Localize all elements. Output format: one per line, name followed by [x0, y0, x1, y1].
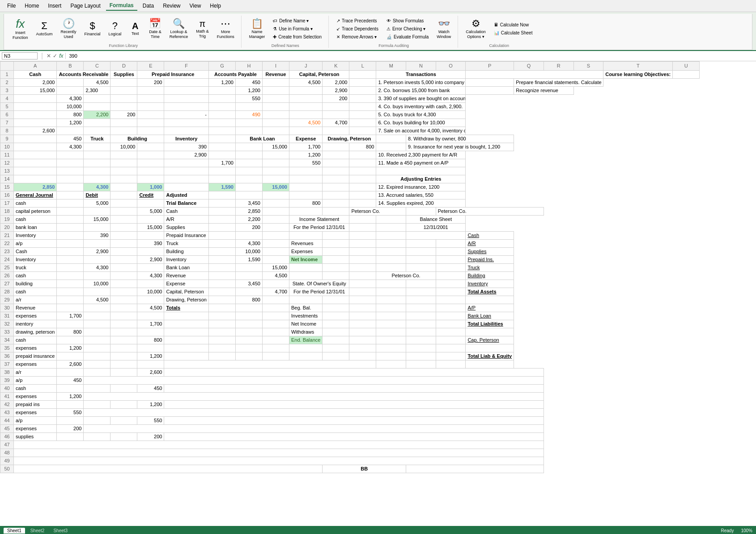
cell-B30[interactable] [57, 304, 84, 312]
cell-I8[interactable] [262, 127, 289, 135]
cell-C37[interactable] [84, 360, 110, 368]
cell-A16[interactable]: General Journal [14, 191, 57, 199]
cell-C3[interactable]: 2,300 [84, 86, 110, 94]
cell-D32[interactable] [110, 320, 137, 328]
cell-B11[interactable] [57, 151, 84, 159]
cell-K23[interactable] [323, 247, 349, 255]
menu-help[interactable]: Help [206, 1, 225, 10]
cell-J3[interactable] [289, 86, 322, 94]
cell-L14[interactable] [349, 175, 376, 183]
cell-M28[interactable] [376, 288, 406, 296]
cell-D44[interactable] [110, 416, 137, 424]
cell-O18[interactable]: Peterson Co. [436, 207, 544, 215]
cell-N23[interactable] [406, 247, 436, 255]
cell-L3[interactable] [349, 86, 376, 94]
cell-E12[interactable] [137, 159, 164, 167]
cell-G2[interactable]: 1,200 [208, 78, 235, 86]
cell-M1[interactable]: Transactions [376, 70, 466, 78]
cell-B17[interactable] [57, 199, 84, 207]
cell-G6[interactable] [208, 110, 235, 119]
cell-F28[interactable]: Capital, Peterson [164, 288, 209, 296]
cell-F8[interactable] [164, 127, 209, 135]
col-header-Q[interactable]: Q [514, 61, 544, 70]
cell-C27[interactable]: 10,000 [84, 280, 110, 288]
cell-D33[interactable] [110, 328, 137, 336]
cell-F9[interactable]: Inventory [164, 135, 209, 143]
cell-A41[interactable]: expenses [14, 392, 57, 400]
menu-formulas[interactable]: Formulas [106, 1, 137, 11]
cell-D34[interactable] [110, 336, 137, 344]
cell-A14[interactable] [14, 175, 57, 183]
cell-G21[interactable] [208, 231, 235, 239]
col-header-C[interactable]: C [84, 61, 110, 70]
cell-B41[interactable]: 1,200 [57, 392, 84, 400]
menu-file[interactable]: File [4, 1, 19, 10]
cell-K24[interactable] [323, 255, 349, 263]
menu-data[interactable]: Data [139, 1, 157, 10]
cell-G31[interactable] [208, 312, 235, 320]
cell-J13[interactable] [289, 167, 322, 175]
cell-A23[interactable]: Cash [14, 247, 57, 255]
cell-L13[interactable] [349, 167, 376, 175]
cell-G13[interactable] [208, 167, 235, 175]
cell-A10[interactable] [14, 143, 57, 151]
cell-P28[interactable]: Total Assets [466, 288, 514, 296]
cell-E26[interactable]: 4,300 [137, 271, 164, 280]
cell-G22[interactable] [208, 239, 235, 247]
cell-N28[interactable] [406, 288, 436, 296]
cell-E17[interactable] [137, 199, 164, 207]
col-header-H[interactable]: H [235, 61, 262, 70]
cell-E22[interactable]: 390 [137, 239, 164, 247]
cell-C12[interactable] [84, 159, 110, 167]
math-trig-button[interactable]: π Math &Trig [193, 17, 212, 41]
cell-A9[interactable] [14, 135, 57, 143]
cell-K21[interactable] [323, 231, 349, 239]
name-box[interactable] [2, 52, 38, 59]
cell-B34[interactable] [57, 336, 84, 344]
cell-A42[interactable]: prepaid ins [14, 400, 57, 408]
cell-K33[interactable] [323, 328, 349, 336]
cell-A43[interactable]: expenses [14, 408, 57, 416]
cell-I29[interactable] [262, 296, 289, 304]
cell-I21[interactable] [262, 231, 289, 239]
cell-B12[interactable] [57, 159, 84, 167]
cell-C26[interactable] [84, 271, 110, 280]
cell-J5[interactable] [289, 102, 322, 110]
cell-O30[interactable] [436, 304, 466, 312]
cell-I14[interactable] [262, 175, 289, 183]
cell-D6[interactable]: 200 [110, 110, 137, 119]
cell-G5[interactable] [208, 102, 235, 110]
cell-H19[interactable]: 2,200 [235, 215, 262, 223]
cell-J12[interactable]: 550 [289, 159, 322, 167]
cell-A12[interactable] [14, 159, 57, 167]
cell-J27[interactable]: State. Of Owner's Equity [289, 280, 349, 288]
cell-E15[interactable]: 1,000 [137, 183, 164, 191]
cell-O22[interactable] [436, 239, 466, 247]
cell-A31[interactable]: expenses [14, 312, 57, 320]
cell-M27[interactable] [376, 280, 406, 288]
cell-E35[interactable] [137, 344, 164, 352]
cell-E42[interactable]: 1,200 [137, 400, 164, 408]
cell-B6[interactable]: 800 [57, 110, 84, 119]
cell-E34[interactable]: 800 [137, 336, 164, 344]
cell-D22[interactable] [110, 239, 137, 247]
cell-B18[interactable] [57, 207, 84, 215]
cell-H25[interactable] [235, 263, 262, 271]
col-header-G[interactable]: G [208, 61, 235, 70]
cell-G33[interactable] [208, 328, 235, 336]
cell-A44[interactable]: a/p [14, 416, 57, 424]
cell-B21[interactable] [57, 231, 84, 239]
cell-K4[interactable]: 200 [323, 94, 349, 102]
cell-M15[interactable]: 12. Expired insurance, 1200 [376, 183, 466, 191]
cell-H7[interactable] [235, 119, 262, 127]
cell-L12[interactable] [349, 159, 376, 167]
cell-G17[interactable] [208, 199, 235, 207]
cell-H18[interactable]: 2,850 [235, 207, 262, 215]
cell-I12[interactable] [262, 159, 289, 167]
cell-D40[interactable] [110, 384, 137, 392]
cell-L17[interactable] [349, 199, 376, 207]
cell-N22[interactable] [406, 239, 436, 247]
cell-J9[interactable]: Drawing, Peterson [323, 135, 376, 143]
cell-P32[interactable]: Total Liabilities [466, 320, 514, 328]
cell-L2[interactable] [349, 78, 376, 86]
